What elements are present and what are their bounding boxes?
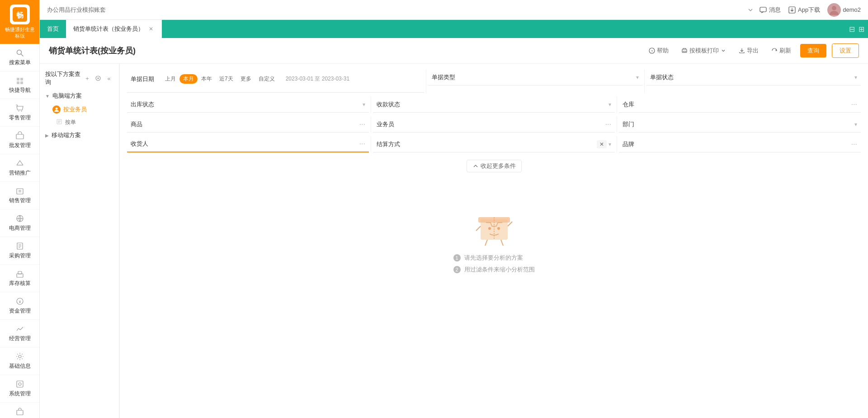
sidebar-logo[interactable]: 畅 畅捷通好生意 标版 [0, 0, 39, 44]
collapse-label: 收起更多条件 [481, 162, 516, 170]
sidebar-item-ecom[interactable]: 电商管理 [0, 209, 39, 237]
tab-home[interactable]: 首页 [40, 20, 66, 38]
tab-close-icon[interactable]: ✕ [147, 25, 155, 33]
out-status-dropdown-icon: ▾ [363, 101, 365, 108]
sidebar-item-sales[interactable]: 销售管理 [0, 182, 39, 209]
filter-goods[interactable]: 商品 ··· [127, 116, 369, 133]
date-tab-thisyear[interactable]: 本年 [198, 74, 216, 84]
out-status-label: 出库状态 [131, 100, 158, 109]
date-tab-7days[interactable]: 近7天 [216, 74, 237, 84]
filter-collection-status[interactable]: 收款状态 ▾ [373, 96, 615, 113]
scheme-collapse-icon[interactable]: « [104, 74, 113, 83]
sidebar-item-operation[interactable]: 经营管理 [0, 320, 39, 347]
date-label: 单据日期 [131, 75, 158, 83]
topbar-user[interactable]: demo2 [827, 3, 861, 17]
sidebar-item-basic[interactable]: 基础信息 [0, 347, 39, 375]
message-label: 消息 [769, 6, 781, 14]
tabbar-expand: ⊟ ⊞ [849, 25, 868, 33]
sidebar-item-corp[interactable]: 企业协同 [0, 403, 39, 418]
page-actions: ? 帮助 按模板打印 导出 刷新 [645, 43, 859, 58]
date-tab-thismonth[interactable]: 本月 [179, 74, 198, 84]
sidebar-item-inventory[interactable]: 库存核算 [0, 265, 39, 292]
settlement-clear-tag[interactable]: ✕ [597, 140, 607, 148]
svg-rect-5 [20, 78, 23, 81]
filter-receiver[interactable]: 收货人 ··· [127, 136, 369, 152]
col-divider-2 [644, 69, 645, 93]
date-tab-custom[interactable]: 自定义 [255, 74, 278, 84]
warehouse-dots-icon: ··· [851, 100, 857, 109]
sidebar-item-retail[interactable]: 零售管理 [0, 99, 39, 127]
filter-settlement: 结算方式 ✕ ▾ [373, 136, 615, 152]
settings-button[interactable]: 设置 [832, 43, 859, 58]
mobile-group-label: 移动端方案 [52, 131, 81, 139]
download-label: App下载 [798, 6, 820, 14]
svg-rect-34 [760, 7, 766, 12]
tab-sales-stat-label: 销货单统计表（按业务员） [73, 25, 144, 33]
help-button[interactable]: ? 帮助 [645, 45, 672, 57]
sidebar-item-marketing[interactable]: 营销推广 [0, 154, 39, 182]
col-divider-1 [426, 69, 426, 93]
scheme-edit-icon[interactable] [94, 74, 103, 83]
empty-text: 1 请先选择要分析的方案 2 用过滤条件来缩小分析范围 [453, 254, 535, 274]
export-button[interactable]: 导出 [735, 45, 762, 57]
filter-warehouse[interactable]: 仓库 ··· [619, 96, 861, 113]
svg-point-8 [18, 110, 19, 111]
filter-row-4: 收货人 ··· 结算方式 ✕ ▾ [127, 136, 861, 152]
sidebar-item-purchase[interactable]: 采购管理 [0, 237, 39, 265]
logo-text: 畅捷通好生意 标版 [4, 26, 36, 39]
sidebar-item-quicknav[interactable]: 快捷导航 [0, 71, 39, 99]
scheme-group-pc-title[interactable]: ▼ 电脑端方案 [40, 89, 119, 103]
scheme-add-icon[interactable]: + [83, 74, 92, 83]
goods-label: 商品 [131, 120, 158, 128]
scheme-item-salesperson[interactable]: 按业务员 [40, 103, 119, 116]
filter-row-3: 商品 ··· 业务员 ··· 部门 ▾ [127, 116, 861, 133]
sidebar-finance-label: 资金管理 [9, 307, 31, 315]
svg-point-9 [21, 110, 22, 111]
scheme-group-mobile: ▶ 移动端方案 [40, 128, 119, 142]
svg-point-25 [19, 355, 21, 358]
filter-department[interactable]: 部门 ▾ [619, 116, 861, 133]
filter-out-status[interactable]: 出库状态 ▾ [127, 96, 369, 113]
department-dropdown-icon: ▾ [854, 121, 857, 128]
query-button[interactable]: 查询 [800, 44, 826, 57]
receiver-label: 收货人 [131, 140, 158, 148]
sidebar-quicknav-label: 快捷导航 [9, 86, 31, 94]
sidebar: 畅 畅捷通好生意 标版 搜索菜单 快捷导航 零售管理 批发管理 营销推广 销售管… [0, 0, 40, 418]
bill-status-dropdown-icon: ▾ [854, 74, 857, 81]
filter-brand[interactable]: 品牌 ··· [619, 136, 861, 152]
hint1-num: 1 [453, 254, 461, 261]
scheme-group-mobile-title[interactable]: ▶ 移动端方案 [40, 128, 119, 142]
settlement-dropdown-icon[interactable]: ▾ [609, 141, 611, 147]
filter-date: 单据日期 上月 本月 本年 近7天 更多 自定义 2023-03-01 至 20… [127, 69, 424, 93]
topbar: 办公用品行业模拟账套 消息 App下载 demo2 [40, 0, 868, 20]
sidebar-sales-label: 销售管理 [9, 197, 31, 204]
hint2-num: 2 [453, 266, 461, 273]
tab-maximize-button[interactable]: ⊞ [859, 25, 864, 33]
filter-bill-type: 单据类型 ▾ [428, 69, 642, 86]
sidebar-item-search[interactable]: 搜索菜单 [0, 44, 39, 71]
scheme-subitem-byorder[interactable]: 按单 [40, 116, 119, 128]
scheme-panel: 按以下方案查询 + « [40, 64, 119, 418]
brand-dots-icon: ··· [851, 140, 857, 148]
sidebar-item-finance[interactable]: ¥ 资金管理 [0, 292, 39, 320]
topbar-dropdown[interactable] [747, 7, 754, 13]
tab-minimize-button[interactable]: ⊟ [849, 25, 855, 33]
sidebar-item-wholesale[interactable]: 批发管理 [0, 127, 39, 154]
topbar-download[interactable]: App下载 [788, 6, 820, 14]
tab-sales-stat[interactable]: 销货单统计表（按业务员） ✕ [66, 20, 162, 38]
refresh-button[interactable]: 刷新 [768, 45, 795, 57]
tabbar: 首页 销货单统计表（按业务员） ✕ ⊟ ⊞ [40, 20, 868, 38]
sidebar-item-system[interactable]: 系统管理 [0, 375, 39, 403]
mobile-group-arrow-icon: ▶ [45, 133, 49, 138]
template-print-label: 按模板打印 [689, 47, 719, 55]
empty-hint-2: 2 用过滤条件来缩小分析范围 [453, 266, 535, 274]
svg-rect-28 [17, 410, 23, 415]
svg-line-56 [501, 240, 503, 246]
template-print-button[interactable]: 按模板打印 [678, 45, 730, 57]
date-tab-more[interactable]: 更多 [237, 74, 255, 84]
topbar-message[interactable]: 消息 [759, 6, 781, 14]
date-tab-lastmonth[interactable]: 上月 [161, 74, 179, 84]
sidebar-wholesale-label: 批发管理 [9, 142, 31, 149]
collapse-button[interactable]: 收起更多条件 [467, 160, 522, 172]
filter-salesperson[interactable]: 业务员 ··· [373, 116, 615, 133]
